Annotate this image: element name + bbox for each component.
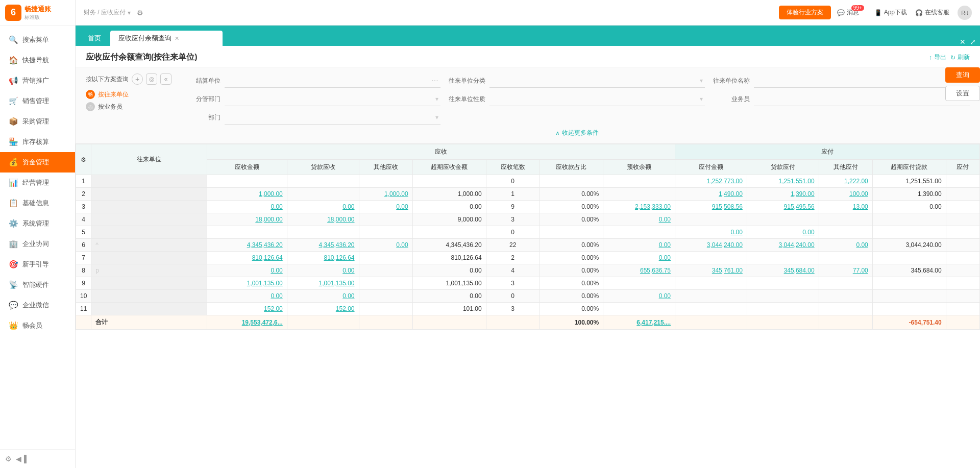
sidebar-item-operation[interactable]: 📊 经营管理 (0, 173, 75, 193)
partner-nature-input[interactable]: ▾ (489, 92, 705, 106)
sidebar-item-label: 企业微信 (22, 301, 49, 310)
sidebar-item-label: 库存核算 (22, 137, 49, 146)
system-icon: ⚙️ (8, 218, 18, 229)
tab-close-icon[interactable]: ✕ (175, 35, 179, 42)
topbar-settings-icon[interactable]: ⚙ (137, 9, 143, 17)
table-settings-icon[interactable]: ⚙ (81, 156, 86, 163)
department-input[interactable]: ▾ (225, 110, 440, 125)
guide-icon: 🎯 (8, 259, 18, 269)
topbar-actions: 体验行业方案 (779, 6, 831, 19)
online-service-button[interactable]: 🎧 在线客服 (915, 8, 949, 17)
page-inner: 应收应付余额查询(按往来单位) ↑ 导出 ↻ 刷新 (76, 46, 980, 468)
partner-option-icon: 畅 (86, 90, 95, 99)
total-rec-amount: 19,553,472,6... (207, 315, 287, 330)
app-logo-text: 畅捷通账 标准版 (24, 5, 51, 21)
breadcrumb: 财务 / 应收应付 ▾ ⚙ (84, 8, 773, 17)
sidebar-item-label: 快捷导航 (22, 56, 49, 65)
sidebar-item-hardware[interactable]: 📡 智能硬件 (0, 275, 75, 295)
salesman-input[interactable]: ··· (754, 92, 970, 106)
sidebar-item-basic-info[interactable]: 📋 基础信息 (0, 193, 75, 213)
th-rec-amount: 应收金额 (207, 160, 287, 175)
settlement-input[interactable]: ··· (225, 73, 440, 88)
solution-btn[interactable]: 体验行业方案 (779, 6, 831, 19)
query-button[interactable]: 查询 (945, 67, 980, 83)
download-icon: 📱 (874, 9, 882, 16)
app-subtitle: 标准版 (24, 14, 51, 21)
user-avatar[interactable]: Rit (958, 6, 972, 20)
th-pay-rest: 应付 (946, 160, 979, 175)
filter-field-partner-nature: 往来单位性质 ▾ (449, 92, 705, 106)
sidebar-item-marketing[interactable]: 📢 营销推广 (0, 70, 75, 91)
partner-nature-arrow-icon: ▾ (700, 95, 703, 103)
sidebar-item-funds[interactable]: 💰 资金管理 (0, 152, 75, 173)
table-row: 500.000.00 (76, 226, 980, 239)
data-table: ⚙ 往来单位 应收 应付 应收金额 贷款应收 其他应收 超期应收金额 (76, 144, 980, 330)
messages-button[interactable]: 💬 消息 99+ (837, 8, 859, 17)
total-label-cell (76, 315, 91, 330)
filter-field-partner-category: 往来单位分类 ▾ (449, 73, 705, 88)
sidebar-collapse-button[interactable]: ◀▐ (16, 455, 27, 463)
sidebar-item-system[interactable]: ⚙️ 系统管理 (0, 213, 75, 234)
sidebar-item-label: 销售管理 (22, 96, 49, 106)
filter-fields-panel: 结算单位 ··· 往来单位分类 (184, 73, 970, 137)
sales-icon: 🛒 (8, 96, 18, 106)
sidebar-item-label: 智能硬件 (22, 280, 49, 289)
total-rec-ratio: 100.00% (540, 315, 603, 330)
filter-collapse-button[interactable]: « (160, 73, 172, 85)
hardware-icon: 📡 (8, 280, 18, 290)
search-menu-icon: 🔍 (8, 35, 18, 45)
dept-input[interactable]: ▾ (225, 92, 440, 106)
sidebar-settings-button[interactable]: ⚙ (5, 455, 12, 463)
maximize-window-icon[interactable]: ⤢ (970, 38, 976, 46)
th-pay-overdue: 超期应付贷款 (872, 160, 946, 175)
sidebar-item-label: 基础信息 (22, 199, 49, 208)
sidebar-item-quick-nav[interactable]: 🏠 快捷导航 (0, 50, 75, 70)
page-title: 应收应付余额查询(按往来单位) (86, 52, 198, 63)
tab-query[interactable]: 应收应付余额查询 ✕ (110, 31, 223, 46)
refresh-button[interactable]: ↻ 刷新 (950, 53, 970, 62)
sidebar-item-member[interactable]: 👑 畅会员 (0, 315, 75, 336)
sidebar-item-wechat[interactable]: 💬 企业微信 (0, 295, 75, 315)
filter-add-button[interactable]: + (132, 73, 143, 85)
sidebar-menu: 🔍 搜索菜单 🏠 快捷导航 📢 营销推广 🛒 销售管理 📦 采购管理 🏪 (0, 26, 75, 449)
tab-home-label: 首页 (88, 34, 101, 43)
sidebar-item-purchase[interactable]: 📦 采购管理 (0, 111, 75, 132)
app-download-button[interactable]: 📱 App下载 (874, 8, 907, 17)
th-group-receivable: 应收 (207, 144, 675, 160)
tab-home[interactable]: 首页 (80, 31, 109, 46)
th-rec-prepay: 预收余额 (603, 160, 675, 175)
filter-label: 按以下方案查询 (86, 75, 129, 84)
top-icons: 💬 消息 99+ 📱 App下载 🎧 在线客服 Rit (837, 6, 972, 20)
partner-category-input[interactable]: ▾ (489, 73, 705, 88)
sidebar-logo: 6 畅捷通账 标准版 (0, 0, 75, 26)
table-row: 30.000.000.000.0090.00%2,153,333.00915,5… (76, 201, 980, 213)
th-partner: 往来单位 (91, 144, 207, 175)
filter-area: 按以下方案查询 + ◎ « 畅 按往来单位 ◎ 按业务员 (76, 67, 980, 144)
breadcrumb-dropdown-icon[interactable]: ▾ (128, 9, 131, 16)
inventory-icon: 🏪 (8, 137, 18, 147)
sidebar-item-inventory[interactable]: 🏪 库存核算 (0, 132, 75, 152)
marketing-icon: 📢 (8, 76, 18, 86)
collapse-btn[interactable]: ∧ 收起更多条件 (184, 129, 970, 137)
th-rec-count: 应收笔数 (486, 160, 540, 175)
top-bar: 财务 / 应收应付 ▾ ⚙ 体验行业方案 💬 消息 99+ 📱 App下载 🎧 (76, 0, 980, 26)
export-button[interactable]: ↑ 导出 (929, 53, 946, 62)
online-service-label: 在线客服 (925, 8, 949, 17)
th-rec-loan: 贷款应收 (287, 160, 359, 175)
sidebar-item-search-menu[interactable]: 🔍 搜索菜单 (0, 30, 75, 50)
service-icon: 🎧 (915, 9, 923, 16)
th-pay-amount: 应付金额 (675, 160, 747, 175)
filter-option-salesman[interactable]: ◎ 按业务员 (86, 102, 172, 111)
sidebar-item-guide[interactable]: 🎯 新手引导 (0, 254, 75, 275)
th-settings[interactable]: ⚙ (76, 144, 91, 175)
close-window-icon[interactable]: ✕ (960, 38, 966, 46)
filter-settings-button[interactable]: ◎ (146, 73, 157, 85)
tab-window-controls: ✕ ⤢ (960, 38, 976, 46)
table-row: 101,252,773.001,251,551.001,222.001,251,… (76, 175, 980, 188)
sidebar-item-enterprise[interactable]: 🏢 企业协同 (0, 234, 75, 254)
total-row: 合计 19,553,472,6... 100.00% 6,417,215.... (76, 315, 980, 330)
sidebar-item-sales[interactable]: 🛒 销售管理 (0, 91, 75, 111)
settings-button[interactable]: 设置 (945, 86, 980, 101)
partner-name-input[interactable] (754, 73, 970, 88)
filter-option-partner[interactable]: 畅 按往来单位 (86, 90, 172, 99)
